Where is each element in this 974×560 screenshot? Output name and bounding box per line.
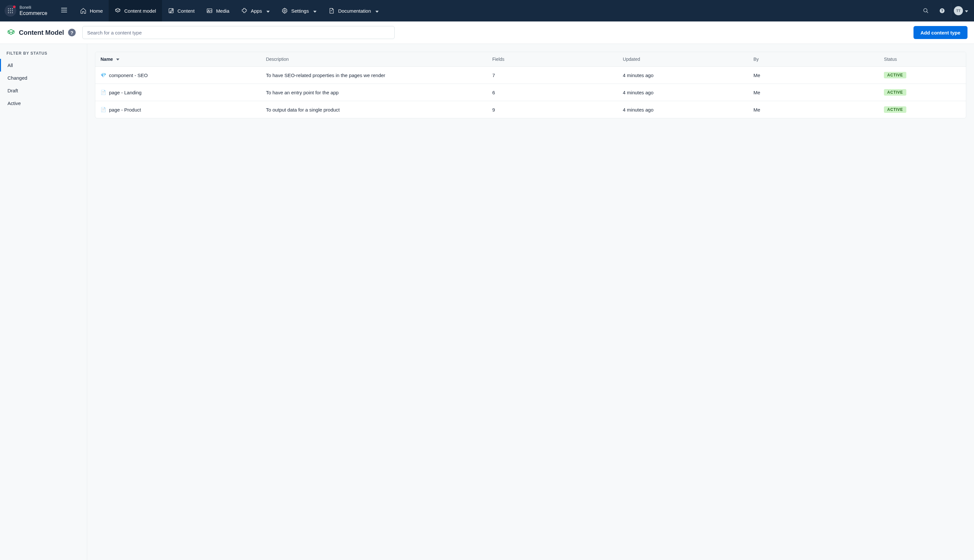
row-fields: 7	[487, 67, 617, 84]
nav-content[interactable]: Content	[162, 0, 201, 22]
col-description[interactable]: Description	[260, 52, 487, 67]
add-content-type-button[interactable]: Add content type	[914, 26, 968, 39]
row-updated: 4 minutes ago	[618, 67, 748, 84]
content-type-search-input[interactable]	[82, 26, 395, 39]
nav-label: Home	[90, 8, 103, 14]
svg-point-15	[284, 10, 286, 12]
page-title: Content Model	[19, 29, 64, 37]
nav-label: Apps	[251, 8, 262, 14]
svg-point-8	[12, 12, 13, 13]
filter-active[interactable]: Active	[0, 97, 87, 110]
table-row[interactable]: 📄page - Product To output data for a sin…	[95, 101, 966, 118]
notification-dot	[13, 5, 16, 8]
row-by: Me	[748, 84, 879, 101]
nav-items: Home Content model Content Media Apps Se…	[74, 0, 385, 22]
environment-menu-button[interactable]	[58, 5, 70, 16]
nav-home[interactable]: Home	[74, 0, 108, 22]
status-badge: ACTIVE	[884, 106, 906, 113]
row-description: To have an entry point for the app	[260, 84, 487, 101]
app-switcher-button[interactable]	[5, 5, 16, 17]
chevron-down-icon	[267, 8, 270, 14]
search-box	[82, 26, 395, 39]
svg-rect-11	[61, 12, 67, 12]
col-fields[interactable]: Fields	[487, 52, 617, 67]
row-name: page - Product	[109, 107, 141, 113]
help-icon: ?	[939, 8, 945, 14]
filter-heading: FILTER BY STATUS	[0, 51, 87, 59]
status-badge: ACTIVE	[884, 72, 906, 78]
svg-text:?: ?	[941, 9, 943, 13]
row-emoji-icon: 📄	[100, 90, 107, 95]
body-row: FILTER BY STATUS All Changed Draft Activ…	[0, 44, 974, 560]
filter-all[interactable]: All	[0, 59, 87, 72]
table-row[interactable]: 💎component - SEO To have SEO-related pro…	[95, 67, 966, 84]
col-status[interactable]: Status	[879, 52, 966, 67]
chevron-down-icon	[313, 8, 317, 14]
nav-label: Settings	[291, 8, 309, 14]
svg-point-1	[10, 8, 11, 10]
search-button[interactable]	[918, 3, 933, 18]
nav-label: Media	[216, 8, 229, 14]
svg-point-6	[8, 12, 9, 13]
nav-settings[interactable]: Settings	[275, 0, 322, 22]
space-names[interactable]: Bonelli Ecommerce	[20, 5, 47, 16]
svg-point-7	[10, 12, 11, 13]
documentation-icon	[328, 7, 335, 14]
nav-media[interactable]: Media	[200, 0, 235, 22]
avatar: TT	[954, 6, 963, 15]
main: Name Description Fields Updated By Statu…	[87, 44, 974, 560]
table-header-row: Name Description Fields Updated By Statu…	[95, 52, 966, 67]
svg-rect-9	[61, 8, 67, 8]
svg-text:?: ?	[70, 30, 73, 35]
row-name: page - Landing	[109, 90, 142, 95]
svg-point-2	[12, 8, 13, 10]
apps-icon	[241, 7, 248, 14]
row-by: Me	[748, 67, 879, 84]
filter-draft[interactable]: Draft	[0, 84, 87, 97]
row-emoji-icon: 📄	[100, 107, 107, 112]
svg-point-3	[8, 10, 9, 12]
hamburger-icon	[61, 8, 67, 12]
sort-down-icon	[116, 58, 119, 60]
row-emoji-icon: 💎	[100, 73, 107, 78]
table-row[interactable]: 📄page - Landing To have an entry point f…	[95, 84, 966, 101]
row-description: To have SEO-related properties in the pa…	[260, 67, 487, 84]
chevron-down-icon	[375, 8, 379, 14]
row-fields: 9	[487, 101, 617, 118]
gear-icon	[282, 7, 288, 14]
svg-point-16	[924, 8, 927, 12]
svg-point-5	[12, 10, 13, 12]
svg-line-17	[927, 12, 928, 13]
help-button[interactable]: ?	[935, 3, 950, 18]
content-types-table: Name Description Fields Updated By Statu…	[95, 52, 966, 118]
content-model-page-icon	[7, 28, 16, 37]
row-name: component - SEO	[109, 73, 148, 78]
user-menu[interactable]: TT	[951, 3, 971, 18]
top-nav: Bonelli Ecommerce Home Content model Con…	[0, 0, 974, 22]
filter-changed[interactable]: Changed	[0, 72, 87, 84]
col-by[interactable]: By	[748, 52, 879, 67]
page-title-group: Content Model ?	[7, 28, 77, 37]
search-icon	[923, 8, 929, 14]
col-updated[interactable]: Updated	[618, 52, 748, 67]
grid-icon	[8, 8, 13, 13]
nav-apps[interactable]: Apps	[235, 0, 275, 22]
sidebar: FILTER BY STATUS All Changed Draft Activ…	[0, 44, 87, 560]
col-name-label: Name	[100, 57, 113, 62]
row-fields: 6	[487, 84, 617, 101]
nav-documentation[interactable]: Documentation	[322, 0, 385, 22]
subheader: Content Model ? Add content type	[0, 22, 974, 44]
nav-label: Content	[178, 8, 195, 14]
content-model-icon	[115, 7, 121, 14]
nav-content-model[interactable]: Content model	[108, 0, 162, 22]
nav-right: ? TT	[918, 3, 974, 18]
space-selector: Bonelli Ecommerce	[0, 5, 74, 17]
svg-rect-10	[61, 10, 67, 10]
status-badge: ACTIVE	[884, 89, 906, 96]
environment-name: Ecommerce	[20, 10, 47, 16]
nav-label: Content model	[124, 8, 156, 14]
svg-point-4	[10, 10, 11, 12]
page-help-icon[interactable]: ?	[67, 28, 77, 37]
media-icon	[206, 7, 213, 14]
col-name[interactable]: Name	[95, 52, 260, 67]
